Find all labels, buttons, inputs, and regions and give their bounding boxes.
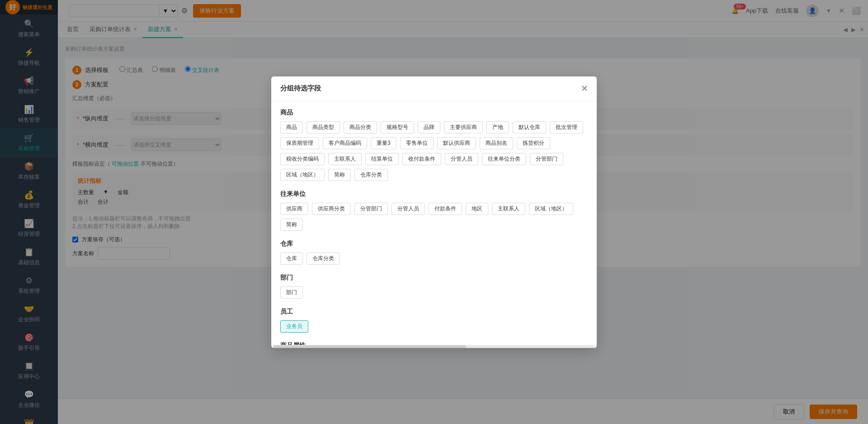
staff-field-tags: 业务员 — [280, 320, 588, 333]
field-tag[interactable]: 分管部门 — [354, 203, 388, 215]
modal-header: 分组待选字段 ✕ — [271, 76, 597, 101]
field-tag[interactable]: 仓库分类 — [307, 252, 340, 265]
field-group-partner: 往来单位 供应商 供应商分类 分管部门 分管人员 付款条件 地区 主联系人 区域… — [280, 190, 588, 231]
partner-field-tags: 供应商 供应商分类 分管部门 分管人员 付款条件 地区 主联系人 区域（地区） … — [280, 203, 588, 231]
product-attr-group-title: 商品属性 — [280, 342, 588, 345]
field-group-goods: 商品 商品 商品类型 商品分类 规格型号 品牌 主要供应商 产地 默认仓库 批次… — [280, 109, 588, 181]
field-tag[interactable]: 保质期管理 — [280, 137, 319, 149]
field-tag[interactable]: 默认仓库 — [513, 121, 546, 133]
goods-field-tags: 商品 商品类型 商品分类 规格型号 品牌 主要供应商 产地 默认仓库 批次管理 … — [280, 121, 588, 181]
staff-group-title: 员工 — [280, 308, 588, 316]
field-tag[interactable]: 分管部门 — [530, 153, 563, 165]
modal-title: 分组待选字段 — [280, 84, 321, 93]
modal-close-btn[interactable]: ✕ — [581, 84, 588, 94]
modal-body: 商品 商品 商品类型 商品分类 规格型号 品牌 主要供应商 产地 默认仓库 批次… — [271, 101, 597, 345]
field-tag[interactable]: 批次管理 — [550, 121, 583, 133]
partner-group-title: 往来单位 — [280, 190, 588, 198]
field-group-warehouse: 仓库 仓库 仓库分类 — [280, 240, 588, 265]
field-tag[interactable]: 默认供应商 — [437, 137, 476, 149]
field-tag[interactable]: 地区 — [466, 203, 488, 215]
field-tag[interactable]: 部门 — [280, 286, 303, 299]
field-tag[interactable]: 产地 — [486, 121, 509, 133]
field-tag-staff-sales[interactable]: 业务员 — [280, 320, 308, 333]
field-tag[interactable]: 零售单位 — [400, 137, 434, 149]
field-tag[interactable]: 结算单位 — [365, 153, 399, 165]
hscroll-thumb — [273, 345, 466, 348]
modal-overlay: 分组待选字段 ✕ 商品 商品 商品类型 商品分类 规格型号 品牌 主要供应商 产… — [0, 0, 868, 424]
field-tag[interactable]: 客户商品编码 — [323, 137, 367, 149]
field-tag[interactable]: 主要供应商 — [444, 121, 483, 133]
field-group-product-attr: 商品属性 属性 颜色 多规格 尺码 鞋码 1 — [280, 342, 588, 345]
field-tag[interactable]: 简称 — [280, 219, 303, 231]
field-tag[interactable]: 仓库 — [280, 252, 303, 265]
field-selection-modal: 分组待选字段 ✕ 商品 商品 商品类型 商品分类 规格型号 品牌 主要供应商 产… — [271, 76, 597, 348]
field-tag[interactable]: 区域（地区） — [529, 203, 573, 215]
field-tag[interactable]: 规格型号 — [381, 121, 414, 133]
field-tag[interactable]: 拣货积分 — [517, 137, 550, 149]
field-tag[interactable]: 简称 — [328, 169, 351, 181]
field-tag[interactable]: 供应商 — [280, 203, 308, 215]
field-tag[interactable]: 主联系人 — [328, 153, 362, 165]
field-tag[interactable]: 重量3 — [371, 137, 396, 149]
field-tag[interactable]: 付款条件 — [429, 203, 462, 215]
field-tag[interactable]: 仓库分类 — [354, 169, 388, 181]
department-field-tags: 部门 — [280, 286, 588, 299]
field-tag[interactable]: 商品 — [280, 121, 303, 133]
field-tag[interactable]: 区域（地区） — [280, 169, 325, 181]
warehouse-field-tags: 仓库 仓库分类 — [280, 252, 588, 265]
field-group-department: 部门 部门 — [280, 274, 588, 299]
modal-hscrollbar[interactable] — [271, 345, 597, 348]
field-tag[interactable]: 收付款条件 — [402, 153, 441, 165]
field-tag[interactable]: 供应商分类 — [312, 203, 351, 215]
field-tag[interactable]: 商品类型 — [307, 121, 340, 133]
field-tag[interactable]: 商品别名 — [480, 137, 513, 149]
hscroll-track — [273, 345, 595, 348]
field-tag[interactable]: 商品分类 — [344, 121, 377, 133]
field-tag[interactable]: 往来单位分类 — [482, 153, 526, 165]
field-tag[interactable]: 税收分类编码 — [280, 153, 325, 165]
warehouse-group-title: 仓库 — [280, 240, 588, 248]
goods-group-title: 商品 — [280, 109, 588, 117]
field-tag[interactable]: 主联系人 — [492, 203, 525, 215]
field-tag[interactable]: 分管人员 — [392, 203, 425, 215]
field-tag[interactable]: 品牌 — [418, 121, 440, 133]
field-tag[interactable]: 分管人员 — [445, 153, 478, 165]
department-group-title: 部门 — [280, 274, 588, 282]
field-group-staff: 员工 业务员 — [280, 308, 588, 333]
